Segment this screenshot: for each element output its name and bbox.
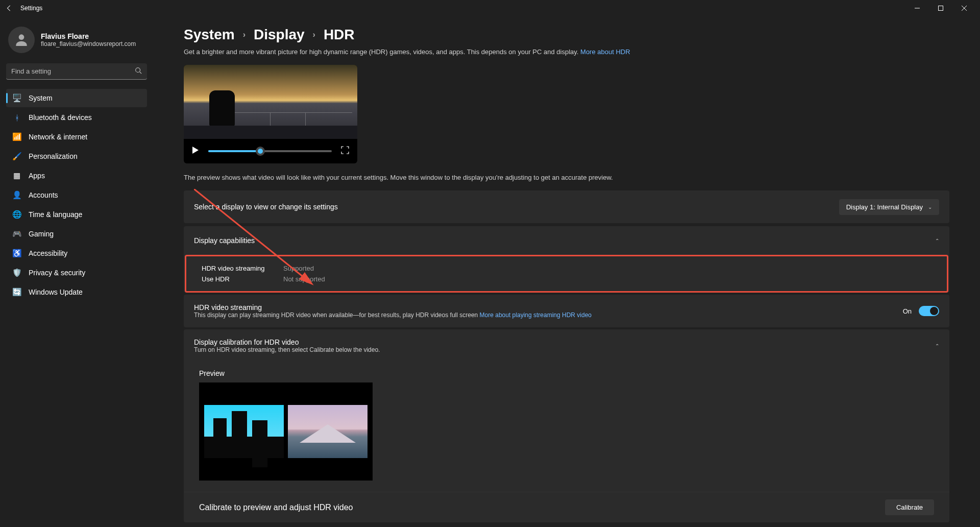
sidebar-item-bluetooth[interactable]: ᚼ Bluetooth & devices [6, 108, 147, 127]
window-title: Settings [20, 5, 42, 12]
bluetooth-icon: ᚼ [12, 113, 21, 122]
sidebar-item-update[interactable]: 🔄 Windows Update [6, 283, 147, 301]
user-name: Flavius Floare [41, 32, 136, 40]
shield-icon: 🛡️ [12, 268, 21, 277]
globe-icon: 🌐 [12, 210, 21, 219]
search-input[interactable] [6, 63, 147, 80]
sidebar-item-accounts[interactable]: 👤 Accounts [6, 186, 147, 204]
hdr-video-preview [184, 65, 357, 163]
calibration-title: Display calibration for HDR video [194, 338, 380, 346]
brightness-slider[interactable] [208, 150, 332, 152]
sidebar-item-label: Gaming [29, 230, 54, 238]
page-intro: Get a brighter and more vibrant picture … [184, 48, 949, 56]
system-icon: 🖥️ [12, 93, 21, 103]
user-email: floare_flavius@windowsreport.com [41, 40, 136, 47]
cap-use-hdr-label: Use HDR [202, 275, 283, 283]
play-button[interactable] [192, 147, 199, 156]
chevron-right-icon: › [243, 30, 246, 39]
display-select-label: Select a display to view or change its s… [194, 203, 338, 211]
sidebar-item-apps[interactable]: ▦ Apps [6, 166, 147, 185]
sidebar-item-label: Windows Update [29, 288, 83, 296]
cap-hdr-streaming-label: HDR video streaming [202, 265, 283, 272]
sidebar-item-label: Personalization [29, 152, 78, 160]
chevron-right-icon: › [313, 30, 315, 39]
person-icon: 👤 [12, 190, 21, 200]
calibration-header[interactable]: Display calibration for HDR video Turn o… [184, 329, 949, 362]
brush-icon: 🖌️ [12, 152, 21, 161]
avatar [8, 27, 35, 53]
breadcrumb-display[interactable]: Display [254, 27, 305, 43]
chevron-up-icon: ⌃ [935, 343, 939, 349]
video-thumbnail [184, 65, 357, 139]
display-capabilities-body: HDR video streaming Supported Use HDR No… [185, 255, 948, 293]
minimize-button[interactable] [905, 0, 929, 16]
hdr-streaming-row: HDR video streaming This display can pla… [184, 295, 949, 327]
display-select-dropdown[interactable]: Display 1: Internal Display ⌄ [839, 199, 939, 215]
calibration-preview-label: Preview [199, 369, 934, 377]
calibration-sub: Turn on HDR video streaming, then select… [194, 346, 380, 353]
sidebar-item-label: Bluetooth & devices [29, 113, 92, 122]
svg-point-5 [136, 68, 140, 73]
close-button[interactable] [952, 0, 976, 16]
sidebar-item-privacy[interactable]: 🛡️ Privacy & security [6, 264, 147, 282]
more-about-streaming-link[interactable]: More about playing streaming HDR video [480, 312, 592, 319]
apps-icon: ▦ [12, 171, 21, 180]
sidebar-item-label: Time & language [29, 210, 82, 219]
display-capabilities-header[interactable]: Display capabilities ⌃ [184, 226, 949, 255]
calibration-preview-image [199, 382, 373, 481]
hdr-streaming-toggle[interactable] [919, 306, 939, 316]
svg-point-4 [19, 34, 24, 40]
sidebar-item-gaming[interactable]: 🎮 Gaming [6, 225, 147, 243]
svg-marker-7 [192, 147, 199, 154]
gamepad-icon: 🎮 [12, 229, 21, 238]
chevron-up-icon: ⌃ [935, 238, 939, 244]
cap-hdr-streaming-value: Supported [283, 265, 932, 272]
sidebar-item-network[interactable]: 📶 Network & internet [6, 128, 147, 146]
hdr-streaming-title: HDR video streaming [194, 303, 592, 312]
sidebar-item-personalization[interactable]: 🖌️ Personalization [6, 147, 147, 165]
breadcrumb: System › Display › HDR [184, 27, 949, 43]
update-icon: 🔄 [12, 288, 21, 297]
hdr-streaming-state: On [903, 307, 912, 315]
calibration-action-label: Calibrate to preview and adjust HDR vide… [199, 503, 353, 512]
hdr-streaming-sub: This display can play streaming HDR vide… [194, 312, 592, 319]
sidebar-item-label: Accounts [29, 191, 58, 199]
display-select-row: Select a display to view or change its s… [184, 190, 949, 223]
fullscreen-button[interactable] [341, 146, 349, 156]
user-profile[interactable]: Flavius Floare floare_flavius@windowsrep… [6, 22, 147, 63]
search-icon [135, 67, 142, 76]
sidebar-item-system[interactable]: 🖥️ System [6, 89, 147, 107]
sidebar-item-label: System [29, 94, 53, 102]
preview-note: The preview shows what video will look l… [184, 174, 949, 181]
accessibility-icon: ♿ [12, 249, 21, 258]
svg-rect-1 [939, 6, 943, 11]
wifi-icon: 📶 [12, 132, 21, 141]
cap-use-hdr-value: Not supported [283, 275, 932, 283]
maximize-button[interactable] [929, 0, 952, 16]
sidebar-item-label: Network & internet [29, 133, 87, 141]
sidebar-item-label: Apps [29, 172, 45, 180]
sidebar-item-label: Privacy & security [29, 269, 85, 277]
sidebar-item-label: Accessibility [29, 249, 67, 257]
sidebar-item-accessibility[interactable]: ♿ Accessibility [6, 244, 147, 262]
calibrate-button[interactable]: Calibrate [885, 499, 934, 515]
sidebar-item-time[interactable]: 🌐 Time & language [6, 205, 147, 224]
breadcrumb-system[interactable]: System [184, 27, 235, 43]
breadcrumb-hdr: HDR [324, 27, 355, 43]
back-button[interactable] [4, 3, 14, 13]
chevron-down-icon: ⌄ [928, 204, 932, 210]
more-about-hdr-link[interactable]: More about HDR [580, 48, 630, 56]
svg-line-6 [140, 72, 142, 74]
